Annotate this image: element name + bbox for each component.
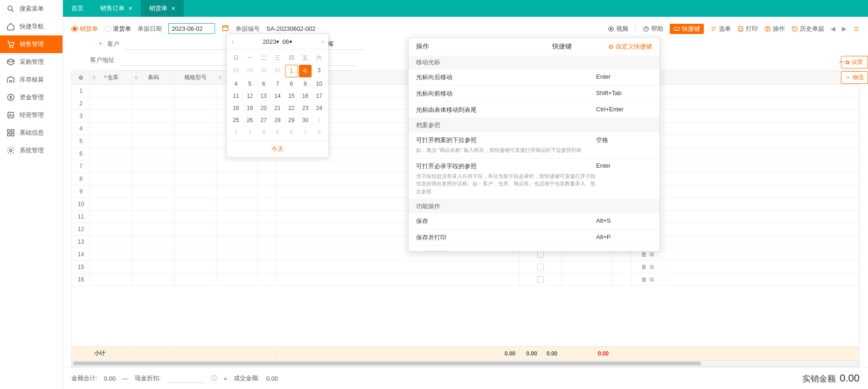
cal-day-other[interactable]: 1	[312, 115, 326, 126]
radio-sale[interactable]: 销货单	[71, 25, 98, 33]
cal-day[interactable]: 16	[299, 90, 312, 102]
date-input[interactable]	[168, 23, 215, 34]
prev-page-button[interactable]: ◀	[831, 25, 835, 32]
cal-today-button[interactable]: 今天	[227, 141, 328, 157]
delete-icon[interactable]: 🗑	[641, 276, 647, 283]
gift-checkbox[interactable]	[537, 251, 544, 258]
copy-icon[interactable]: ⧉	[650, 276, 654, 283]
cal-day[interactable]: 26	[243, 115, 257, 126]
tab[interactable]: 销货单✕	[141, 0, 184, 17]
cal-day-other[interactable]: 8	[312, 127, 326, 138]
cal-day-other[interactable]: 28	[229, 65, 243, 77]
discount-input[interactable]	[167, 374, 205, 383]
cal-day[interactable]: 10	[312, 78, 326, 89]
tab[interactable]: 销售订单✕	[92, 0, 141, 17]
cal-year[interactable]: 2023▾	[263, 38, 279, 45]
cal-day[interactable]: 12	[243, 90, 257, 102]
cal-month[interactable]: 06▾	[282, 38, 292, 45]
cal-day[interactable]: 6	[257, 78, 270, 89]
hotkey-button[interactable]: 快捷键	[670, 24, 704, 34]
cal-day[interactable]: 30	[299, 115, 312, 126]
cal-day[interactable]: 27	[257, 115, 270, 126]
tab[interactable]: 首页	[63, 0, 92, 17]
cal-day[interactable]: 7	[271, 78, 284, 89]
delete-icon[interactable]: 🗑	[641, 264, 647, 270]
cal-next-icon[interactable]: ›	[321, 38, 324, 45]
cal-day[interactable]: 29	[285, 115, 298, 126]
cal-prev-icon[interactable]: ‹	[231, 38, 234, 45]
cal-day[interactable]: 25	[229, 115, 243, 126]
settings-button[interactable]: ✿ 设置	[841, 56, 868, 68]
sidebar-item-search[interactable]: 搜索菜单	[0, 0, 62, 18]
cal-day[interactable]: 23	[299, 102, 312, 114]
cal-day[interactable]: 28	[271, 115, 284, 126]
sidebar-item-home[interactable]: 快捷导航	[0, 18, 62, 35]
cal-day-other[interactable]: 31	[271, 65, 284, 77]
th-settings[interactable]: ⚙	[72, 71, 90, 84]
next-page-button[interactable]: ▶	[842, 25, 847, 32]
info-icon[interactable]: ⓘ	[211, 374, 217, 382]
operate-link[interactable]: 操作	[764, 25, 785, 33]
sidebar-item-box[interactable]: 采购管理	[0, 53, 62, 71]
cal-day-other[interactable]: 29	[243, 65, 257, 77]
cal-day[interactable]: 20	[257, 102, 270, 114]
sidebar-item-stock[interactable]: 库存核算	[0, 71, 62, 89]
video-link[interactable]: 视频	[608, 25, 628, 33]
cal-day-other[interactable]: 7	[299, 127, 312, 138]
addr-input[interactable]	[119, 55, 240, 66]
radio-return[interactable]: 退货单	[104, 25, 131, 33]
cal-day[interactable]: 21	[271, 102, 284, 114]
sidebar-item-report[interactable]: 经营管理	[0, 106, 62, 124]
cal-day-other[interactable]: 4	[257, 127, 270, 138]
cal-day[interactable]: 11	[229, 90, 243, 102]
logistics-button[interactable]: ＋ 物流	[841, 71, 868, 84]
copy-icon[interactable]: ⧉	[650, 251, 654, 258]
help-link[interactable]: 帮助	[643, 25, 663, 33]
cal-day-other[interactable]: 3	[243, 127, 257, 138]
gift-checkbox[interactable]	[537, 276, 544, 283]
cal-day[interactable]: 15	[285, 90, 298, 102]
custom-hotkey-link[interactable]: ⚙ 自定义快捷键	[608, 42, 652, 51]
sidebar-item-grid[interactable]: 基础信息	[0, 124, 62, 142]
cal-day[interactable]: 22	[285, 102, 298, 114]
cal-day[interactable]: 今	[299, 65, 312, 77]
sidebar-item-cart[interactable]: 销售管理	[0, 35, 62, 53]
cal-day[interactable]: 1	[285, 65, 298, 77]
cal-day[interactable]: 3	[312, 65, 326, 77]
cal-day-other[interactable]: 6	[285, 127, 298, 138]
cal-day[interactable]: 8	[285, 78, 298, 89]
sp-key: Enter	[596, 73, 652, 82]
cal-day[interactable]: 14	[271, 90, 284, 102]
sidebar-item-money[interactable]: 资金管理	[0, 89, 62, 106]
cal-day[interactable]: 24	[312, 102, 326, 114]
cal-day[interactable]: 5	[243, 78, 257, 89]
table-row[interactable]: 16🗑⧉	[72, 273, 859, 286]
cal-day[interactable]: 9	[299, 78, 312, 89]
th-warehouse[interactable]: ⇅*仓库	[90, 71, 132, 84]
cal-day-other[interactable]: 30	[257, 65, 270, 77]
cal-day[interactable]: 13	[257, 90, 270, 102]
cal-day[interactable]: 17	[312, 90, 326, 102]
cal-day[interactable]: 4	[229, 78, 243, 89]
cal-day[interactable]: 19	[243, 102, 257, 114]
print-link[interactable]: 打印	[737, 25, 758, 33]
cal-day-other[interactable]: 5	[271, 127, 284, 138]
table-more-icon[interactable]: ⋯	[839, 59, 845, 65]
menu-toggle-icon[interactable]	[853, 26, 860, 32]
history-link[interactable]: 历史单据	[792, 25, 824, 33]
close-icon[interactable]: ✕	[128, 6, 132, 12]
cal-day[interactable]: 18	[229, 102, 243, 114]
copy-icon[interactable]: ⧉	[650, 264, 654, 270]
th-spec[interactable]: 规格型号	[174, 71, 216, 84]
calendar-icon[interactable]	[222, 24, 229, 33]
gift-checkbox[interactable]	[537, 264, 544, 270]
footer-bar: 金额合计: 0.00 — 现金折扣: ⓘ = 成交金额: 0.00 实销金额 0…	[63, 367, 868, 389]
cal-day-other[interactable]: 2	[229, 127, 243, 138]
h-scrollbar[interactable]	[72, 360, 859, 367]
table-row[interactable]: 15🗑⧉	[72, 261, 859, 273]
select-link[interactable]: 选单	[710, 25, 731, 33]
th-barcode[interactable]: ⇅条码	[132, 71, 174, 84]
sidebar-item-cog[interactable]: 系统管理	[0, 142, 62, 159]
close-icon[interactable]: ✕	[171, 6, 175, 12]
delete-icon[interactable]: 🗑	[641, 251, 647, 258]
